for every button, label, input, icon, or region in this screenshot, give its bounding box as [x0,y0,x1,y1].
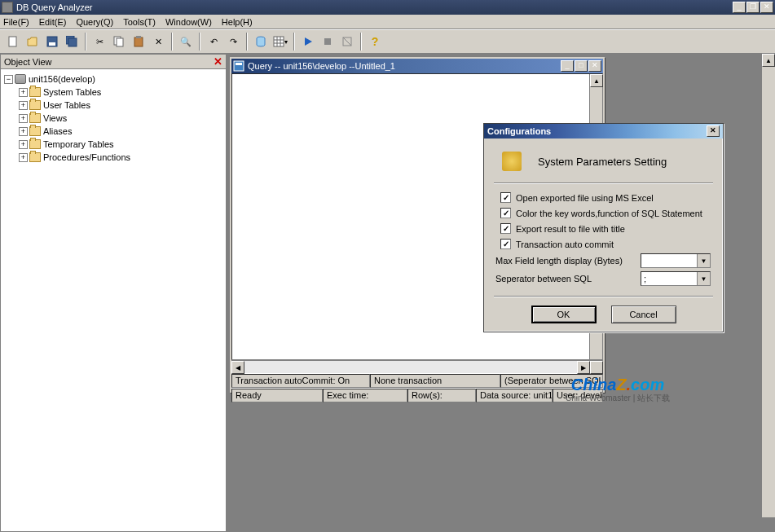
open-icon[interactable] [24,33,42,51]
tree-item-user-tables[interactable]: + User Tables [19,99,222,112]
qwin-close-button[interactable]: ✕ [588,60,601,72]
maxfield-combo[interactable]: ▼ [641,253,711,268]
tree-item-procedures[interactable]: + Procedures/Functions [19,151,222,164]
save-all-icon[interactable] [63,33,81,51]
scroll-left-icon[interactable]: ◀ [231,361,244,374]
stop-icon[interactable] [319,33,337,51]
check-open-excel[interactable]: Open exported file using MS Excel [494,190,713,205]
field-separator: Seperator between SQL ; ▼ [494,270,713,288]
checkbox[interactable] [500,208,511,218]
expand-icon[interactable]: + [19,114,28,123]
qwin-minimize-button[interactable]: _ [561,60,574,72]
menu-window[interactable]: Window(W) [165,17,212,27]
status-separator: (Seperator between SQL) ; [500,374,603,388]
scroll-up-icon[interactable]: ▲ [590,74,603,87]
chevron-down-icon[interactable]: ▼ [697,254,710,267]
minimize-button[interactable]: _ [733,2,746,13]
expand-icon[interactable]: + [19,101,28,110]
app-title: DB Query Analyzer [16,2,733,12]
scroll-up-icon[interactable]: ▲ [762,54,775,67]
toolbar-separator [85,33,86,51]
grid-icon[interactable]: ▾ [271,33,289,51]
object-view-header: Object View ✕ [1,55,226,69]
cancel-exec-icon[interactable] [338,33,356,51]
close-button[interactable]: ✕ [760,2,773,13]
dialog-titlebar[interactable]: Configurations ✕ [484,124,723,138]
cancel-button[interactable]: Cancel [611,306,676,323]
dialog-separator [494,296,713,297]
checkbox[interactable] [500,239,511,249]
redo-icon[interactable]: ↷ [224,33,242,51]
expand-icon[interactable]: + [19,127,28,136]
dialog-header: System Parameters Setting [494,147,713,183]
tree-root-label: unit156(develop) [29,74,95,84]
expand-icon[interactable]: + [19,153,28,162]
tree-item-label: System Tables [43,87,101,97]
main-area: Object View ✕ − unit156(develop) + Syste… [0,54,775,532]
check-color-keywords[interactable]: Color the key words,function of SQL Stat… [494,205,713,221]
menu-query[interactable]: Query(Q) [76,17,113,27]
mdi-scroll-vertical[interactable]: ▲ [762,54,775,517]
clear-icon[interactable]: ✕ [149,33,167,51]
query-scroll-horizontal[interactable]: ◀ ▶ [231,360,603,373]
ok-button[interactable]: OK [531,306,597,323]
settings-icon [502,152,522,171]
expand-icon[interactable]: + [19,140,28,149]
status-transaction: None transaction [370,374,500,388]
database-icon[interactable] [252,33,270,51]
separator-combo[interactable]: ; ▼ [641,271,711,286]
copy-icon[interactable] [110,33,128,51]
checkbox[interactable] [500,223,511,234]
expand-icon[interactable]: − [4,75,13,84]
svg-rect-10 [274,37,284,46]
save-icon[interactable] [43,33,61,51]
folder-icon [29,87,41,97]
app-titlebar: DB Query Analyzer _ ❐ ✕ [0,0,775,15]
query-window-title: Query -- unit156\develop --Untitled_1 [248,61,395,71]
expand-icon[interactable]: + [19,88,28,97]
chevron-down-icon[interactable]: ▼ [697,272,710,285]
menu-tools[interactable]: Tools(T) [123,17,156,27]
find-icon[interactable]: 🔍 [177,33,195,51]
app-icon [2,2,13,13]
check-export-title[interactable]: Export result to file with title [494,221,713,236]
query-window-titlebar[interactable]: Query -- unit156\develop --Untitled_1 _ … [231,59,603,73]
tree-item-views[interactable]: + Views [19,112,222,125]
cut-icon[interactable]: ✂ [90,33,108,51]
folder-icon [29,113,41,123]
new-icon[interactable] [4,33,22,51]
qwin-maximize-button[interactable]: □ [575,60,588,72]
query-window-icon [233,60,244,72]
checkbox[interactable] [500,192,511,203]
paste-icon[interactable] [130,33,148,51]
check-autocommit[interactable]: Transaction auto commit [494,236,713,252]
status-exectime: Exec time: [323,389,407,402]
toolbar-separator [293,33,295,51]
scroll-right-icon[interactable]: ▶ [577,361,590,374]
check-label: Export result to file with title [516,224,625,234]
object-view-close-icon[interactable]: ✕ [214,55,222,68]
folder-icon [29,100,41,110]
dialog-close-button[interactable]: ✕ [707,125,720,137]
tree-root[interactable]: − unit156(develop) [4,73,222,86]
tree-children: + System Tables + User Tables + Views + [4,86,222,164]
combo-value: ; [641,274,697,284]
svg-rect-0 [9,37,16,46]
tree-item-temp-tables[interactable]: + Temporary Tables [19,138,222,151]
undo-icon[interactable]: ↶ [205,33,222,51]
scroll-corner [590,361,603,374]
tree-item-label: Views [43,113,67,123]
tree-item-aliases[interactable]: + Aliases [19,125,222,138]
status-datasource: Data source: unit156 [476,389,553,402]
check-label: Transaction auto commit [516,240,614,249]
tree-item-system-tables[interactable]: + System Tables [19,86,222,99]
execute-icon[interactable] [299,33,317,51]
menu-help[interactable]: Help(H) [222,17,253,27]
svg-rect-19 [236,63,242,65]
restore-button[interactable]: ❐ [746,2,760,13]
menu-file[interactable]: File(F) [3,17,29,27]
scroll-track[interactable] [244,361,577,373]
help-icon[interactable]: ? [366,33,384,51]
menu-edit[interactable]: Edit(E) [39,17,67,27]
window-controls: _ ❐ ✕ [733,2,773,13]
